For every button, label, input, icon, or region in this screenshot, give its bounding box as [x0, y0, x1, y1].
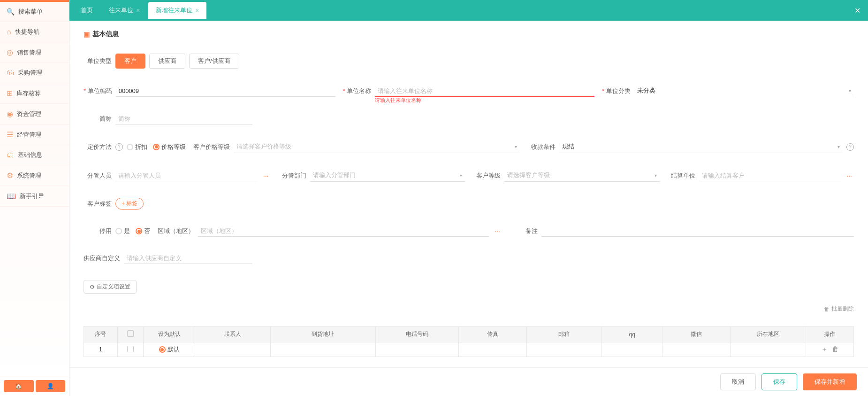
col-address: 到货地址	[270, 326, 375, 342]
pricing-method-group: 定价方法 ? 折扣 价格等级	[84, 143, 186, 151]
row-address-input[interactable]	[295, 346, 351, 353]
manager-more-btn[interactable]: ···	[261, 171, 271, 180]
stop-radio-group: 是 否	[115, 227, 150, 235]
payment-terms-help-icon[interactable]: ?	[846, 143, 854, 151]
sidebar-search[interactable]: 🔍 搜索菜单	[0, 2, 69, 22]
sales-icon: ◎	[7, 48, 13, 57]
col-fax: 传真	[458, 326, 526, 342]
system-icon: ⚙	[7, 171, 13, 180]
sidebar-item-label: 采购管理	[18, 69, 42, 77]
row-fax-input[interactable]	[476, 346, 509, 353]
col-checkbox	[117, 326, 144, 342]
department-arrow-icon: ▾	[460, 173, 462, 178]
radio-price-level[interactable]: 价格等级	[153, 143, 186, 151]
row-email-input[interactable]	[545, 346, 583, 353]
col-wechat: 微信	[662, 326, 731, 342]
customer-level-placeholder: 请选择客户等级	[507, 171, 655, 179]
payment-terms-select[interactable]: 现结 ▾	[559, 140, 843, 153]
home-icon: ⌂	[7, 28, 11, 36]
customer-level-select[interactable]: 请选择客户等级 ▾	[504, 169, 660, 182]
sidebar-item-inventory[interactable]: ⊞ 库存核算	[0, 83, 69, 104]
unit-category-label: 单位分类	[602, 87, 631, 95]
code-name-category-row: 单位编码 单位名称 请输入往来单位名称 单位分类 未分类 ▾	[84, 85, 854, 97]
row-wechat-input[interactable]	[680, 346, 713, 353]
sidebar-item-label: 经营管理	[17, 131, 41, 139]
tab-new-contact[interactable]: 新增往来单位 ✕	[148, 2, 206, 19]
type-btn-supplier[interactable]: 供应商	[149, 54, 185, 69]
settlement-input[interactable]	[699, 170, 841, 181]
tab-new-contact-close-icon[interactable]: ✕	[195, 8, 199, 13]
customer-price-level-label: 客户价格等级	[193, 143, 230, 151]
sidebar-item-basic-info[interactable]: 🗂 基础信息	[0, 145, 69, 165]
sidebar-item-system[interactable]: ⚙ 系统管理	[0, 165, 69, 186]
type-btn-customer[interactable]: 客户	[115, 54, 145, 69]
unit-code-group: 单位编码	[84, 85, 335, 97]
tab-contacts-close-icon[interactable]: ✕	[136, 8, 140, 13]
sidebar-bottom: 🏠 👤	[0, 376, 69, 396]
sidebar-item-guide[interactable]: 📖 新手引导	[0, 186, 69, 207]
row-add-icon[interactable]: ＋	[821, 345, 828, 353]
customer-price-level-placeholder: 请选择客户价格等级	[236, 142, 515, 151]
unit-code-input[interactable]	[116, 85, 335, 97]
tab-bar: 首页 往来单位 ✕ 新增往来单位 ✕ ✕	[69, 0, 868, 21]
unit-category-group: 单位分类 未分类 ▾	[602, 85, 854, 97]
pricing-help-icon[interactable]: ?	[115, 143, 123, 151]
pricing-row: 定价方法 ? 折扣 价格等级 客户价格等级 请选择客户价格等级	[84, 140, 854, 153]
col-qq: qq	[602, 326, 662, 342]
tab-home[interactable]: 首页	[73, 2, 100, 19]
tabbar-close-btn[interactable]: ✕	[851, 4, 864, 17]
sidebar-item-sales[interactable]: ◎ 销售管理	[0, 42, 69, 63]
tab-contacts[interactable]: 往来单位 ✕	[101, 2, 147, 19]
row-default-radio[interactable]: 默认	[148, 345, 190, 354]
save-new-button[interactable]: 保存并新增	[803, 373, 857, 390]
main-area: 首页 往来单位 ✕ 新增往来单位 ✕ ✕ ▣ 基本信息 单位类型 客户 供应商 …	[69, 0, 868, 396]
col-action: 操作	[806, 326, 853, 342]
batch-delete-btn[interactable]: 🗑 批量删除	[824, 305, 854, 313]
department-placeholder: 请输入分管部门	[313, 171, 460, 179]
supplier-custom-input[interactable]	[124, 253, 252, 264]
department-select[interactable]: 请输入分管部门 ▾	[310, 169, 465, 182]
short-name-group: 简称	[84, 113, 252, 124]
operations-icon: ☰	[7, 130, 13, 139]
sidebar-item-label: 资金管理	[17, 110, 41, 118]
save-button[interactable]: 保存	[761, 373, 797, 390]
radio-discount[interactable]: 折扣	[127, 143, 147, 151]
table-row: 1 默认	[84, 342, 854, 357]
radio-stop-yes[interactable]: 是	[115, 227, 130, 235]
unit-category-select[interactable]: 未分类 ▾	[634, 85, 854, 97]
sidebar-user-btn[interactable]: 👤	[36, 380, 66, 392]
row-qq-input[interactable]	[618, 346, 646, 353]
sidebar-item-quick-nav[interactable]: ⌂ 快捷导航	[0, 22, 69, 42]
tag-add-btn[interactable]: + 标签	[115, 198, 144, 210]
cancel-button[interactable]: 取消	[720, 373, 756, 390]
region-input[interactable]	[198, 225, 489, 237]
unit-name-input[interactable]	[375, 85, 594, 97]
customer-price-level-select[interactable]: 请选择客户价格等级 ▾	[234, 140, 520, 153]
sidebar-item-operations[interactable]: ☰ 经营管理	[0, 124, 69, 145]
radio-stop-no[interactable]: 否	[136, 227, 150, 235]
row-contact-input[interactable]	[214, 346, 251, 353]
row-phone-input[interactable]	[396, 346, 438, 353]
pricing-radio-group: 折扣 价格等级	[127, 143, 186, 151]
manager-input[interactable]	[115, 170, 258, 181]
radio-stop-yes-label: 是	[124, 227, 130, 235]
batch-delete-icon: 🗑	[824, 306, 830, 312]
payment-terms-label: 收款条件	[527, 143, 556, 151]
custom-settings-row: ⚙ 自定义项设置	[84, 280, 854, 294]
manager-group: 分管人员 ···	[84, 170, 271, 181]
custom-settings-btn[interactable]: ⚙ 自定义项设置	[84, 280, 137, 294]
sidebar-home-btn[interactable]: 🏠	[4, 380, 34, 392]
row-checkbox[interactable]	[127, 346, 134, 352]
sidebar-item-finance[interactable]: ◉ 资金管理	[0, 104, 69, 124]
sidebar-item-purchase[interactable]: 🛍 采购管理	[0, 63, 69, 83]
remark-input[interactable]	[541, 225, 854, 237]
table-header-checkbox[interactable]	[127, 330, 134, 337]
settlement-more-btn[interactable]: ···	[845, 171, 854, 180]
row-delete-icon[interactable]: 🗑	[832, 345, 838, 353]
region-more-btn[interactable]: ···	[493, 226, 502, 236]
col-contact: 联系人	[195, 326, 271, 342]
short-name-input[interactable]	[115, 113, 252, 124]
row-region-input[interactable]	[749, 346, 787, 353]
type-btn-both[interactable]: 客户/供应商	[189, 54, 239, 69]
department-label: 分管部门	[278, 171, 306, 180]
